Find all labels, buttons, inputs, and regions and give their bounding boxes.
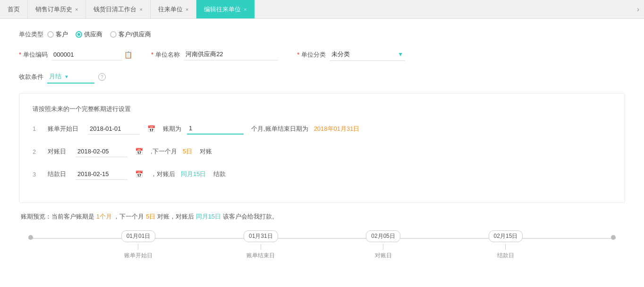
- payment-suffix: 结款: [213, 170, 226, 178]
- setting-label-2: 对账日: [48, 147, 66, 156]
- timeline-section: 01月01日 账单开始日 01月31日 账单结束日 02月05日 对账日 02月…: [19, 230, 625, 260]
- tab-cash-reconciliation-close[interactable]: ×: [139, 7, 142, 12]
- timeline-node-2-label: 账单结束日: [246, 252, 275, 260]
- tab-cash-reconciliation-label: 钱货日清工作台: [93, 5, 136, 14]
- payment-prefix: ，对账后: [151, 170, 175, 178]
- reconcile-prefix: ,下一个月: [151, 147, 177, 156]
- unit-name-label: 单位名称: [155, 51, 180, 59]
- start-date-input[interactable]: [88, 123, 140, 135]
- timeline-node-4-label: 结款日: [497, 252, 514, 260]
- unit-code-required: *: [19, 51, 21, 58]
- unit-category-value: 未分类: [331, 50, 394, 59]
- radio-customer[interactable]: 客户: [47, 30, 68, 39]
- payment-condition-arrow: ▼: [64, 74, 69, 79]
- unit-code-input-wrapper: 📋: [51, 49, 132, 60]
- radio-customer-supplier[interactable]: 客户/供应商: [110, 30, 151, 39]
- unit-type-radio-group: 客户 供应商 客户/供应商: [47, 30, 151, 39]
- setting-num-1: 1: [33, 125, 42, 132]
- preview-part2: 5日: [146, 213, 155, 220]
- tab-partner-units-label: 往来单位: [158, 5, 183, 14]
- period-label: 账期为: [163, 125, 181, 133]
- unit-category-group: * 单位分类 未分类 ▼: [297, 48, 405, 61]
- timeline-node-3-stem: [383, 244, 383, 250]
- tab-cash-reconciliation[interactable]: 钱货日清工作台 ×: [86, 0, 150, 18]
- preview-text: 账期预览：当前客户账期是 1个月 ，下一个月 5日 对账，对账后 同月15日 该…: [19, 212, 625, 221]
- unit-info-row: * 单位编码 📋 * 单位名称 * 单位分类 未分类 ▼: [19, 48, 625, 61]
- setting-item-3: 3 结款日 📅 ，对账后 同月15日 结款: [33, 169, 611, 180]
- unit-category-arrow: ▼: [398, 51, 403, 58]
- timeline-left-dot: [28, 235, 33, 240]
- timeline-node-3: 02月05日 对账日: [366, 230, 400, 260]
- preview-prefix: 账期预览：当前客户账期是: [21, 213, 94, 220]
- preview-mid2: 对账，对账后: [157, 213, 194, 220]
- tab-expand-button[interactable]: ›: [632, 0, 644, 18]
- radio-customer-supplier-circle: [110, 31, 117, 38]
- start-date-calendar-icon[interactable]: 📅: [147, 125, 155, 133]
- reconcile-date-input[interactable]: [76, 146, 127, 157]
- timeline-node-2-stem: [261, 244, 261, 250]
- unit-code-icon[interactable]: 📋: [124, 51, 132, 59]
- unit-category-label: 单位分类: [301, 51, 326, 59]
- tab-home-label: 首页: [8, 5, 20, 14]
- payment-date-input[interactable]: [76, 169, 127, 180]
- unit-name-required: *: [151, 51, 153, 58]
- payment-condition-row: 收款条件 月结 ▼ ?: [19, 70, 625, 84]
- payment-condition-value: 月结: [49, 72, 61, 81]
- setting-label-3: 结款日: [48, 170, 66, 178]
- settings-title: 请按照未来的一个完整帐期进行设置: [33, 105, 611, 113]
- page-content: 单位类型 客户 供应商 客户/供应商 * 单位编码 📋: [0, 19, 644, 287]
- timeline-right-dot: [611, 235, 616, 240]
- preview-suffix: 该客户会给我打款。: [223, 213, 278, 220]
- tab-sales-order-history[interactable]: 销售订单历史 ×: [28, 0, 86, 18]
- payment-highlight-day: 同月15日: [181, 170, 206, 178]
- tab-partner-units-close[interactable]: ×: [186, 7, 188, 12]
- reconcile-highlight-day: 5日: [183, 147, 192, 156]
- unit-name-input[interactable]: [184, 49, 278, 60]
- timeline-node-1-label: 账单开始日: [124, 252, 153, 260]
- payment-help-icon[interactable]: ?: [98, 73, 106, 81]
- radio-supplier-label: 供应商: [84, 30, 102, 39]
- reconcile-date-calendar-icon[interactable]: 📅: [135, 148, 143, 155]
- reconcile-suffix: 对账: [200, 147, 212, 156]
- radio-supplier[interactable]: 供应商: [76, 30, 102, 39]
- unit-type-label: 单位类型: [19, 30, 43, 39]
- timeline-node-3-badge: 02月05日: [366, 230, 400, 242]
- payment-condition-select[interactable]: 月结 ▼: [47, 70, 94, 84]
- payment-date-calendar-icon[interactable]: 📅: [135, 170, 143, 178]
- preview-part3: 同月15日: [196, 213, 221, 220]
- preview-part1: 1个月: [96, 213, 112, 220]
- timeline-node-1: 01月01日 账单开始日: [121, 230, 156, 260]
- setting-num-3: 3: [33, 171, 42, 178]
- unit-code-label: 单位编码: [23, 51, 48, 59]
- timeline-node-4: 02月15日 结款日: [489, 230, 523, 260]
- timeline-node-4-badge: 02月15日: [489, 230, 523, 242]
- tab-sales-order-history-close[interactable]: ×: [75, 7, 78, 12]
- timeline-right-end: [611, 230, 616, 240]
- tab-edit-partner-units-label: 编辑往来单位: [204, 5, 241, 14]
- radio-supplier-circle: [76, 31, 82, 38]
- radio-customer-circle: [47, 31, 54, 38]
- unit-type-row: 单位类型 客户 供应商 客户/供应商: [19, 30, 625, 39]
- setting-label-1: 账单开始日: [48, 125, 78, 133]
- unit-name-group: * 单位名称: [151, 49, 278, 60]
- timeline-nodes: 01月01日 账单开始日 01月31日 账单结束日 02月05日 对账日 02月…: [28, 230, 616, 260]
- radio-customer-label: 客户: [56, 30, 68, 39]
- unit-code-group: * 单位编码 📋: [19, 49, 132, 60]
- period-value-input[interactable]: [187, 123, 244, 135]
- timeline-left-end: [28, 230, 33, 240]
- tab-edit-partner-units[interactable]: 编辑往来单位 ×: [196, 0, 254, 18]
- timeline-node-1-stem: [138, 244, 138, 250]
- tab-partner-units[interactable]: 往来单位 ×: [151, 0, 196, 18]
- unit-category-select[interactable]: 未分类 ▼: [330, 48, 405, 61]
- timeline-node-2: 01月31日 账单结束日: [244, 230, 278, 260]
- unit-code-input[interactable]: [51, 49, 122, 60]
- tab-sales-order-history-label: 销售订单历史: [35, 5, 72, 14]
- tab-home[interactable]: 首页: [0, 0, 28, 18]
- setting-item-1: 1 账单开始日 📅 账期为 个月,账单结束日期为 2018年01月31日: [33, 123, 611, 135]
- setting-num-2: 2: [33, 148, 42, 155]
- tab-bar: 首页 销售订单历史 × 钱货日清工作台 × 往来单位 × 编辑往来单位 × ›: [0, 0, 644, 19]
- tab-edit-partner-units-close[interactable]: ×: [244, 7, 246, 12]
- unit-category-required: *: [297, 51, 299, 58]
- setting-item-2: 2 对账日 📅 ,下一个月 5日 对账: [33, 146, 611, 157]
- preview-mid1: ，下一个月: [113, 213, 144, 220]
